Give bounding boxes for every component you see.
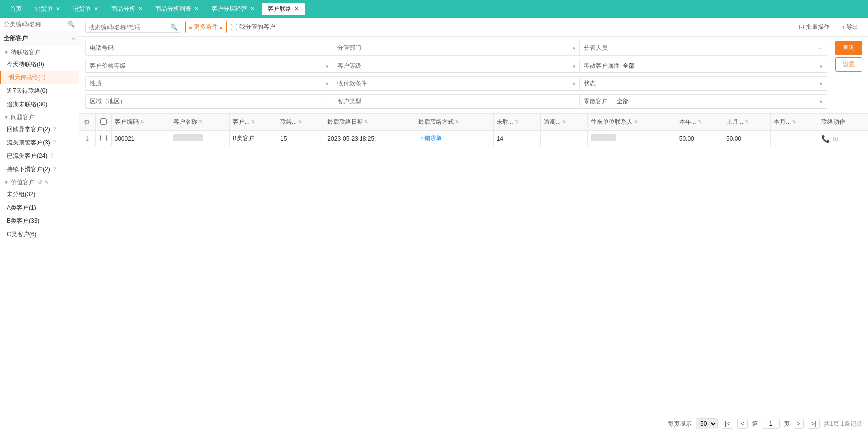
page-number-input[interactable] [762,419,780,429]
col-last-contact-method[interactable]: 最后联络方式 ⇅ [415,114,493,131]
per-page-select[interactable]: 50 [696,418,718,429]
nav-home[interactable]: 首页 [4,3,28,15]
sidebar-declining[interactable]: 持续下滑客户(2) ? [0,163,79,176]
nature-field: 性质 ∨ [86,77,333,91]
row-no: 1 [79,131,95,146]
last-page-btn[interactable]: >| [808,419,820,429]
nav-product-analysis-list[interactable]: 商品分析列表 ✕ [149,3,205,15]
close-sales-order-icon[interactable]: ✕ [56,6,60,12]
row-contact-person [588,131,676,146]
phone-field: 电话号码 [86,41,333,55]
row-checkbox[interactable] [100,135,107,141]
sidebar-today-pending[interactable]: 今天待联络(0) [0,58,79,71]
col-contact-person[interactable]: 往来单位联系人 ⇅ [588,114,676,131]
col-actions: 联络动作 [818,114,868,131]
row-type: B类客户 [229,131,277,146]
query-button[interactable]: 查询 [835,41,862,55]
region-field: 区域（地区） ··· [86,95,333,109]
close-product-analysis-list-icon[interactable]: ✕ [194,6,199,12]
close-customer-contact-icon[interactable]: ✕ [294,6,299,12]
row-checkbox-cell[interactable] [95,131,111,146]
adv-filter-row-1: 电话号码 分管部门 ∨ 分管人员 ··· [85,41,827,56]
main-layout: 🔍 全部客户 « ▼ 待联络客户 今天待联络(0) 明天待联络(1) 近7天待联… [0,18,868,432]
collapse-icon: « [72,36,75,41]
table-row: 1 000021 B类客户 15 2023-05-23 18:25: 下销货单 [79,131,868,146]
sidebar-class-a[interactable]: A类客户(1) [0,201,79,215]
adv-filter-row-2: 客户价格等级 ∨ 客户等级 ∨ 零散客户属性 [85,59,827,73]
grid-action-icon[interactable]: ⊞ [833,135,839,143]
col-checkbox[interactable] [95,114,111,131]
chevron-up-icon: ▲ [219,25,223,30]
set-button[interactable]: 设置 [835,57,862,72]
search-icon[interactable]: 🔍 [68,21,75,28]
row-overdue [540,131,587,146]
table-footer: 每页显示 50 |< < 第 页 > >| 共1页 1条记录 [79,415,868,432]
nav-purchase-order[interactable]: 进货单 ✕ [67,3,104,15]
sidebar-7days-pending[interactable]: 近7天待联络(0) [0,84,79,98]
checkbox-icon: ☑ [799,24,804,31]
adv-filter-row-4: 区域（地区） ··· 客户类型 零散客户 全部 [85,94,827,109]
col-gear[interactable]: ⚙ [79,114,95,131]
row-this-month [771,131,818,146]
row-last-method[interactable]: 下销货单 [415,131,493,146]
phone-action-icon[interactable]: 📞 [821,135,830,143]
row-last-month: 50.00 [723,131,771,146]
next-page-btn[interactable]: > [794,419,804,429]
sidebar-ungrouped[interactable]: 未分组(32) [0,188,79,201]
nav-customer-contact[interactable]: 客户联络 ✕ [262,3,305,15]
first-page-btn[interactable]: |< [722,419,733,429]
export-btn[interactable]: ↑ 导出 [838,21,862,33]
action-icons-group: 📞 ⊞ [821,135,865,143]
batch-operation-btn[interactable]: ☑ 批量操作 [795,21,834,33]
sidebar-tomorrow-pending[interactable]: 明天待联络(1) [0,71,79,84]
problem-section-label: ▼ 问题客户 [0,111,79,123]
sidebar-overdue-pending[interactable]: 逾期未联络(30) [0,98,79,111]
col-last-contact-date[interactable]: 最后联络日期 ⇅ [324,114,415,131]
col-uncontact[interactable]: 未联... ⇅ [493,114,540,131]
search-wrapper[interactable]: 🔍 [85,22,181,33]
sidebar-repurchase-abnormal[interactable]: 回购异常客户(2) ? [0,123,79,136]
advanced-filter-panel: 电话号码 分管部门 ∨ 分管人员 ··· [79,37,868,114]
sidebar-search-input[interactable] [4,21,66,28]
payment-terms-field: 收付款条件 ∨ [333,77,580,91]
content-area: 🔍 ≡ 更多条件 ▲ 我分管的客户 ☑ 批量操作 ↑ 导出 [79,18,868,432]
row-last-date: 2023-05-23 18:25: [324,131,415,146]
export-icon: ↑ [842,24,845,31]
more-conditions-btn[interactable]: ≡ 更多条件 ▲ [185,21,227,33]
retail-customer-field: 零散客户 全部 ∨ [580,95,827,109]
col-customer-type[interactable]: 客户... ⇅ [229,114,277,131]
data-table: ⚙ 客户编码 ⇅ 客户名称 [79,114,868,146]
nav-customer-segmentation[interactable]: 客户分层经营 ✕ [206,3,261,15]
pending-section-label: ▼ 待联络客户 [0,46,79,58]
row-name[interactable] [170,131,229,146]
my-customers-checkbox-wrap[interactable]: 我分管的客户 [231,23,275,31]
row-actions: 📞 ⊞ [818,131,868,146]
close-product-analysis-icon[interactable]: ✕ [138,6,143,12]
all-customers-header[interactable]: 全部客户 « [0,31,79,46]
col-last-month[interactable]: 上月... ⇅ [723,114,771,131]
col-customer-code[interactable]: 客户编码 ⇅ [111,114,170,131]
col-customer-name[interactable]: 客户名称 ⇅ [170,114,229,131]
nav-product-analysis[interactable]: 商品分析 ✕ [105,3,148,15]
col-overdue[interactable]: 逾期... ⇅ [540,114,587,131]
close-customer-segmentation-icon[interactable]: ✕ [250,6,255,12]
search-icon[interactable]: 🔍 [170,24,178,31]
col-contact-count[interactable]: 联络... ⇅ [277,114,324,131]
close-purchase-order-icon[interactable]: ✕ [94,6,98,12]
col-this-year[interactable]: 本年... ⇅ [676,114,723,131]
col-this-month[interactable]: 本月... ⇅ [771,114,818,131]
table-settings-icon[interactable]: ⚙ [84,118,90,126]
sidebar-class-b[interactable]: B类客户(33) [0,215,79,228]
prev-page-btn[interactable]: < [737,419,748,429]
select-all-checkbox[interactable] [100,118,107,125]
sidebar-churned[interactable]: 已流失客户(24) ? [0,149,79,163]
nav-sales-order[interactable]: 销货单 ✕ [29,3,66,15]
sidebar-class-c[interactable]: C类客户(6) [0,228,79,241]
main-search-input[interactable] [89,24,168,31]
row-contact-count: 15 [277,131,324,146]
sidebar-search-bar[interactable]: 🔍 [0,18,79,31]
my-customers-checkbox[interactable] [231,24,237,30]
sidebar-churn-warning[interactable]: 流失预警客户(3) ? [0,136,79,149]
dept-field: 分管部门 ∨ [333,41,580,55]
query-buttons-area: 查询 设置 [835,41,862,72]
